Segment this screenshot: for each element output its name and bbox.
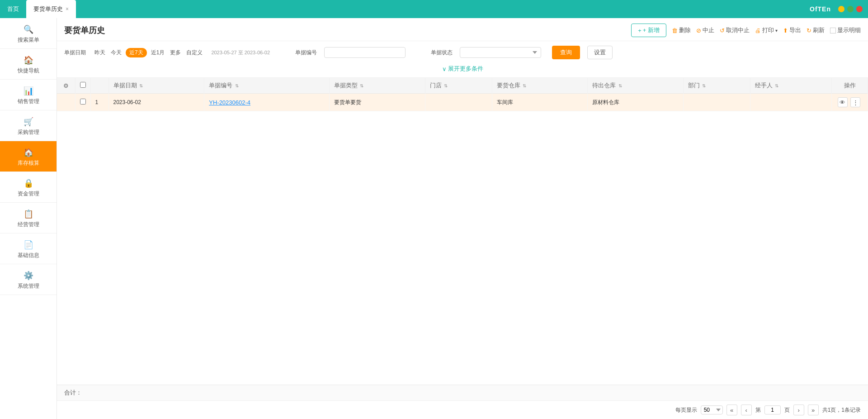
sidebar-label-system: 系统管理	[18, 282, 39, 290]
ops-icon: 📋	[24, 209, 33, 219]
tab-home[interactable]: 首页	[0, 0, 26, 18]
tab-close-icon[interactable]: ×	[66, 6, 69, 12]
page-next-button[interactable]: ›	[793, 405, 804, 415]
sidebar-label-basics: 基础信息	[18, 252, 39, 259]
expand-more-button[interactable]: ∨ 展开更多条件	[442, 65, 483, 73]
sort-dept-icon[interactable]: ⇅	[702, 83, 706, 88]
sidebar-label-sales: 销售管理	[18, 98, 39, 105]
chevron-down-icon: ∨	[442, 66, 447, 72]
date-btn-yesterday[interactable]: 昨天	[93, 48, 107, 57]
export-label: 导出	[789, 26, 801, 34]
inventory-icon: 🏠	[24, 148, 33, 157]
maximize-button[interactable]	[847, 6, 854, 12]
doc-status-select[interactable]	[460, 47, 541, 58]
content-area: 要货单历史 + + 新增 🗑 删除 ⊘ 中止 ↺	[57, 18, 868, 419]
cancel-stop-button[interactable]: ↺ 取消中止	[720, 26, 750, 34]
search-icon: 🔍	[24, 24, 33, 34]
settings-gear-icon[interactable]: ⚙	[63, 82, 69, 89]
query-button[interactable]: 查询	[552, 46, 580, 59]
settings-button[interactable]: 设置	[587, 46, 613, 59]
sort-doc-no-icon[interactable]: ⇅	[235, 83, 239, 88]
sidebar-item-purchase[interactable]: 🛒 采购管理	[0, 110, 57, 141]
th-doc-no[interactable]: 单据编号 ⇅	[204, 78, 330, 94]
doc-no-input[interactable]	[324, 47, 406, 58]
page-first-button[interactable]: «	[726, 405, 737, 415]
sidebar-item-search[interactable]: 🔍 搜索菜单	[0, 18, 57, 49]
export-icon: ⬆	[783, 27, 788, 34]
td-req-warehouse: 车间库	[492, 94, 588, 111]
sort-doc-type-icon[interactable]: ⇅	[360, 83, 363, 88]
date-range-display: 2023-05-27 至 2023-06-02	[211, 49, 270, 56]
filter-row-1: 单据日期 昨天 今天 近7天 近1月 更多 自定义 2023-05-27 至 2…	[64, 46, 861, 59]
row-checkbox[interactable]	[80, 99, 86, 105]
doc-no-link[interactable]: YH-20230602-4	[209, 99, 250, 106]
th-handler[interactable]: 经手人 ⇅	[750, 78, 832, 94]
page-container: 要货单历史 + + 新增 🗑 删除 ⊘ 中止 ↺	[57, 18, 868, 419]
td-pending-warehouse: 原材料仓库	[588, 94, 684, 111]
row-more-button[interactable]: ⋮	[850, 97, 860, 107]
delete-icon: 🗑	[672, 27, 678, 34]
date-btn-more[interactable]: 更多	[169, 48, 182, 57]
display-detail-button[interactable]: 显示明细	[830, 26, 861, 34]
refresh-button[interactable]: ↻ 刷新	[807, 26, 825, 34]
sidebar-item-basics[interactable]: 📄 基础信息	[0, 233, 57, 264]
page-suffix: 页	[784, 406, 790, 414]
cancel-stop-label: 取消中止	[726, 26, 750, 34]
date-btn-7days[interactable]: 近7天	[126, 48, 147, 57]
date-btn-1month[interactable]: 近1月	[150, 48, 166, 57]
sidebar-item-sales[interactable]: 📊 销售管理	[0, 80, 57, 110]
minimize-button[interactable]	[838, 6, 844, 12]
page-prev-icon: ‹	[745, 407, 747, 414]
page-prev-button[interactable]: ‹	[741, 405, 752, 415]
th-store[interactable]: 门店 ⇅	[425, 78, 492, 94]
sidebar-item-quicknav[interactable]: 🏠 快捷导航	[0, 49, 57, 80]
sort-doc-date-icon[interactable]: ⇅	[139, 83, 143, 88]
tab-bar: 首页 要货单历史 ×	[0, 0, 804, 18]
tab-purchase-history[interactable]: 要货单历史 ×	[26, 0, 76, 18]
new-button[interactable]: + + 新增	[631, 24, 666, 37]
th-checkbox[interactable]	[75, 78, 90, 94]
tab-home-label: 首页	[7, 5, 19, 13]
sort-req-warehouse-icon[interactable]: ⇅	[523, 83, 526, 88]
sidebar-label-purchase: 采购管理	[18, 129, 39, 136]
display-detail-checkbox[interactable]	[830, 28, 836, 33]
td-doc-no[interactable]: YH-20230602-4	[204, 94, 330, 111]
filter-area: 单据日期 昨天 今天 近7天 近1月 更多 自定义 2023-05-27 至 2…	[57, 41, 868, 78]
stop-icon: ⊘	[696, 27, 701, 34]
stop-button[interactable]: ⊘ 中止	[696, 26, 714, 34]
top-bar: 首页 要货单历史 × OfTEn	[0, 0, 868, 18]
export-button[interactable]: ⬆ 导出	[783, 26, 801, 34]
table-row: 1 2023-06-02 YH-20230602-4 要货单要货 车间库 原材料…	[57, 94, 868, 111]
close-window-button[interactable]	[856, 6, 863, 12]
th-req-warehouse[interactable]: 要货仓库 ⇅	[492, 78, 588, 94]
row-view-button[interactable]: 👁	[838, 97, 848, 107]
brand-label: OfTEn	[810, 5, 831, 13]
sidebar-item-system[interactable]: ⚙️ 系统管理	[0, 264, 57, 295]
sidebar-item-inventory[interactable]: 🏠 库存核算	[0, 141, 57, 172]
th-doc-type[interactable]: 单据类型 ⇅	[329, 78, 425, 94]
th-doc-date[interactable]: 单据日期 ⇅	[108, 78, 204, 94]
print-dropdown-icon[interactable]: ▾	[775, 28, 778, 33]
th-dept[interactable]: 部门 ⇅	[684, 78, 750, 94]
sidebar-item-operations[interactable]: 📋 经营管理	[0, 203, 57, 233]
per-page-label: 每页显示	[675, 406, 697, 414]
per-page-select[interactable]: 50 10 20 100	[701, 405, 723, 414]
print-button[interactable]: 🖨 打印 ▾	[755, 26, 778, 34]
plus-icon: +	[638, 27, 642, 34]
th-settings[interactable]: ⚙	[57, 78, 75, 94]
date-btn-today[interactable]: 今天	[109, 48, 123, 57]
delete-button[interactable]: 🗑 删除	[672, 26, 691, 34]
sort-handler-icon[interactable]: ⇅	[775, 83, 778, 88]
page-last-button[interactable]: »	[808, 405, 819, 415]
sort-pending-warehouse-icon[interactable]: ⇅	[618, 83, 622, 88]
date-btn-custom[interactable]: 自定义	[185, 48, 204, 57]
page-number-input[interactable]	[764, 405, 781, 414]
td-checkbox[interactable]	[75, 94, 90, 111]
select-all-checkbox[interactable]	[80, 82, 86, 88]
th-pending-warehouse[interactable]: 待出仓库 ⇅	[588, 78, 684, 94]
refresh-label: 刷新	[813, 26, 825, 34]
sort-store-icon[interactable]: ⇅	[444, 83, 448, 88]
doc-date-label: 单据日期	[64, 49, 86, 57]
sidebar-label-search: 搜索菜单	[18, 36, 39, 44]
sidebar-item-finance[interactable]: 🔒 资金管理	[0, 172, 57, 203]
